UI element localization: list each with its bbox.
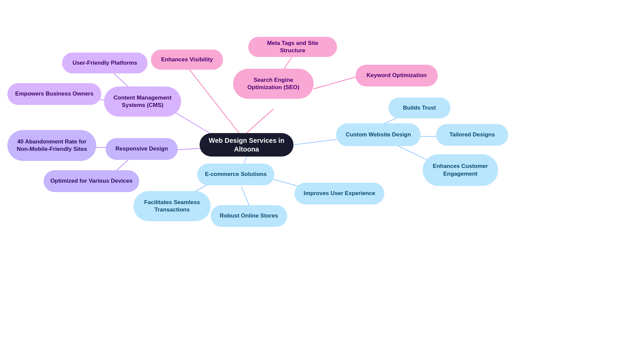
seo-node: Search Engine Optimization (SEO) [233,69,314,99]
optimized-node: Optimized for Various Devices [44,170,139,192]
improves-ux-node: Improves User Experience [294,183,384,204]
meta-tags-node: Meta Tags and Site Structure [248,37,337,57]
svg-line-3 [186,65,240,134]
abandonment-node: 40 Abandonment Rate for Non-Mobile-Frien… [7,130,96,161]
empowers-node: Empowers Business Owners [7,83,101,105]
builds-trust-node: Builds Trust [388,98,450,118]
user-friendly-node: User-Friendly Platforms [62,53,148,73]
center-node: Web Design Services in Altoona [200,133,293,157]
facilitates-node: Facilitates Seamless Transactions [133,191,211,221]
svg-line-0 [247,109,273,133]
cms-node: Content Management Systems (CMS) [104,86,181,117]
ecommerce-node: E-commerce Solutions [197,164,274,185]
robust-stores-node: Robust Online Stores [211,205,287,227]
svg-line-12 [241,187,250,207]
tailored-designs-node: Tailored Designs [436,124,508,146]
keyword-opt-node: Keyword Optimization [356,65,438,86]
enhances-visibility-node: Enhances Visibility [151,50,223,70]
svg-line-2 [314,77,356,89]
enhances-customer-node: Enhances Customer Engagement [423,154,498,186]
custom-website-node: Custom Website Design [336,123,421,146]
responsive-design-node: Responsive Design [106,138,178,160]
